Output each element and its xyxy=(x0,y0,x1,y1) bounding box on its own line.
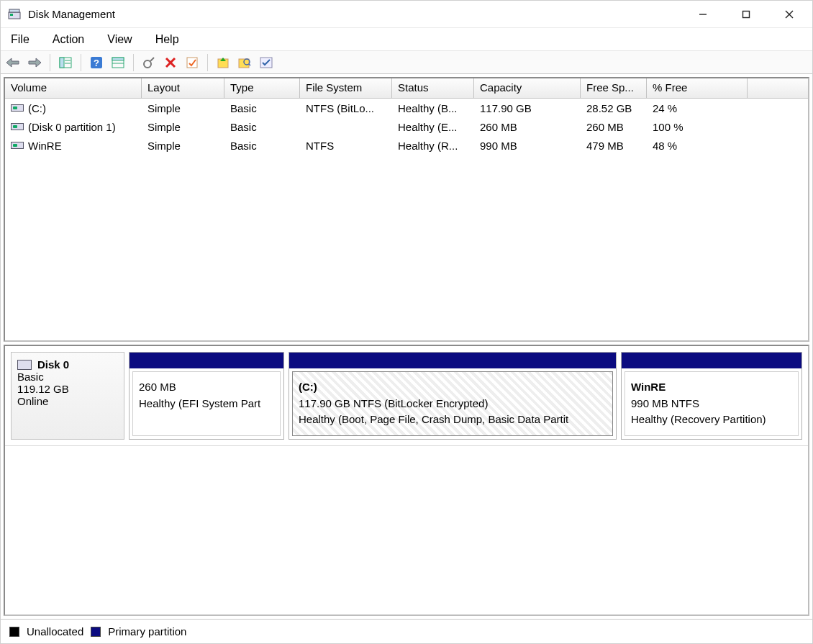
col-volume[interactable]: Volume xyxy=(5,78,142,98)
volume-name: (C:) xyxy=(28,102,46,114)
col-pctfree[interactable]: % Free xyxy=(647,78,748,98)
svg-rect-2 xyxy=(9,9,19,12)
svg-rect-10 xyxy=(60,58,64,68)
partition-line2: Healthy (Recovery Partition) xyxy=(631,412,792,428)
partition-line2: Healthy (EFI System Part xyxy=(139,396,274,412)
partition[interactable]: WinRE 990 MB NTFS Healthy (Recovery Part… xyxy=(621,352,802,440)
volume-status: Healthy (E... xyxy=(392,121,474,133)
show-hide-console-tree-icon[interactable] xyxy=(56,53,75,72)
minimize-button[interactable] xyxy=(681,1,725,27)
menu-action[interactable]: Action xyxy=(48,32,88,47)
col-filesystem[interactable]: File System xyxy=(300,78,392,98)
svg-marker-7 xyxy=(6,58,19,67)
volume-free: 479 MB xyxy=(581,140,647,152)
partition[interactable]: 260 MB Healthy (EFI System Part xyxy=(129,352,284,440)
col-status[interactable]: Status xyxy=(392,78,474,98)
volume-pct: 100 % xyxy=(647,121,748,133)
volume-type: Basic xyxy=(224,140,300,152)
volume-row[interactable]: (Disk 0 partition 1) Simple Basic Health… xyxy=(5,117,808,136)
partition-line1: 260 MB xyxy=(139,379,274,396)
maximize-button[interactable] xyxy=(725,1,768,27)
partition-color-bar xyxy=(622,353,801,368)
svg-rect-1 xyxy=(10,14,13,16)
col-layout[interactable]: Layout xyxy=(142,78,224,98)
volume-capacity: 117.90 GB xyxy=(474,102,581,114)
properties-icon[interactable] xyxy=(183,53,201,72)
refresh-icon[interactable] xyxy=(140,53,158,72)
menu-file[interactable]: File xyxy=(6,32,34,47)
volume-free: 260 MB xyxy=(581,121,647,133)
window-controls xyxy=(681,1,811,27)
volume-free: 28.52 GB xyxy=(581,102,647,114)
volume-icon xyxy=(11,142,24,149)
menu-view[interactable]: View xyxy=(103,32,136,47)
legend-label-unallocated: Unallocated xyxy=(27,625,83,638)
options-icon[interactable] xyxy=(257,53,276,72)
disk-icon xyxy=(17,360,32,370)
volume-list-header: Volume Layout Type File System Status Ca… xyxy=(5,78,808,99)
volume-row[interactable]: (C:) Simple Basic NTFS (BitLo... Healthy… xyxy=(5,99,808,117)
volume-row[interactable]: WinRE Simple Basic NTFS Healthy (R... 99… xyxy=(5,136,808,155)
forward-button[interactable] xyxy=(25,53,44,72)
menubar: File Action View Help xyxy=(1,28,812,51)
back-button[interactable] xyxy=(4,53,22,72)
col-freespace[interactable]: Free Sp... xyxy=(581,78,647,98)
volume-status: Healthy (B... xyxy=(392,102,474,114)
svg-marker-8 xyxy=(29,58,41,67)
close-button[interactable] xyxy=(768,1,811,27)
partition-name: WinRE xyxy=(631,379,792,396)
volume-pct: 24 % xyxy=(647,102,748,114)
volume-layout: Simple xyxy=(142,102,224,114)
settings-list-icon[interactable] xyxy=(109,53,127,72)
svg-text:?: ? xyxy=(94,58,99,68)
volume-fs: NTFS xyxy=(300,140,392,152)
partition[interactable]: (C:) 117.90 GB NTFS (BitLocker Encrypted… xyxy=(289,352,617,440)
disk-info[interactable]: Disk 0 Basic 119.12 GB Online xyxy=(11,352,124,440)
legend-swatch-unallocated xyxy=(9,627,19,637)
disk-type: Basic xyxy=(17,371,118,383)
find-icon[interactable] xyxy=(235,53,254,72)
volume-status: Healthy (R... xyxy=(392,140,474,152)
help-icon[interactable]: ? xyxy=(87,53,106,72)
volume-type: Basic xyxy=(224,102,300,114)
disk-graphic-pane: Disk 0 Basic 119.12 GB Online 260 MB Hea… xyxy=(4,345,809,616)
volume-name: (Disk 0 partition 1) xyxy=(28,121,116,133)
svg-point-18 xyxy=(144,60,151,68)
volume-fs: NTFS (BitLo... xyxy=(300,102,392,114)
partition-line1: 990 MB NTFS xyxy=(631,396,792,412)
volume-layout: Simple xyxy=(142,140,224,152)
volume-type: Basic xyxy=(224,121,300,133)
col-capacity[interactable]: Capacity xyxy=(474,78,581,98)
partition-line2: Healthy (Boot, Page File, Crash Dump, Ba… xyxy=(299,412,607,428)
col-type[interactable]: Type xyxy=(224,78,300,98)
legend-swatch-primary xyxy=(91,627,101,637)
volume-capacity: 990 MB xyxy=(474,140,581,152)
volume-list[interactable]: Volume Layout Type File System Status Ca… xyxy=(4,77,809,342)
svg-rect-16 xyxy=(112,58,124,60)
menu-help[interactable]: Help xyxy=(151,32,183,47)
volume-capacity: 260 MB xyxy=(474,121,581,133)
volume-pct: 48 % xyxy=(647,140,748,152)
disk-status: Online xyxy=(17,395,118,407)
delete-icon[interactable] xyxy=(161,53,180,72)
svg-line-19 xyxy=(150,58,154,61)
partition-color-bar xyxy=(289,353,616,368)
action-up-icon[interactable] xyxy=(214,53,232,72)
partition-name: (C:) xyxy=(299,379,607,396)
titlebar: Disk Management xyxy=(1,1,812,28)
legend-label-primary: Primary partition xyxy=(108,625,186,638)
volume-icon xyxy=(11,104,24,112)
partition-line1: 117.90 GB NTFS (BitLocker Encrypted) xyxy=(299,396,607,412)
toolbar: ? xyxy=(1,51,812,74)
legend: Unallocated Primary partition xyxy=(1,619,812,643)
svg-rect-4 xyxy=(743,11,750,17)
volume-icon xyxy=(11,123,24,130)
disk-name: Disk 0 xyxy=(37,358,118,371)
volume-name: WinRE xyxy=(28,140,62,152)
svg-rect-22 xyxy=(187,58,197,68)
window-title: Disk Management xyxy=(28,8,115,20)
volume-layout: Simple xyxy=(142,121,224,133)
app-icon xyxy=(8,8,21,21)
disk-size: 119.12 GB xyxy=(17,383,118,395)
disk-row: Disk 0 Basic 119.12 GB Online 260 MB Hea… xyxy=(5,346,808,446)
